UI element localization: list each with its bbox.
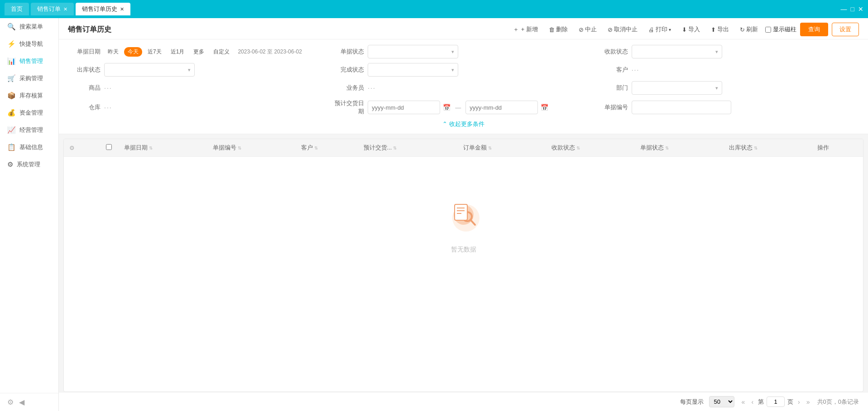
tab-sales-order-history-close[interactable]: ✕ — [120, 6, 124, 12]
new-button[interactable]: ＋ + 新增 — [509, 24, 542, 35]
complete-status-control: ▾ — [368, 63, 595, 77]
last-page-button[interactable]: » — [805, 397, 812, 406]
tab-sales-order[interactable]: 销售订单 ✕ — [31, 3, 74, 15]
close-icon[interactable]: ✕ — [858, 5, 863, 13]
delivery-date-to-input[interactable] — [465, 101, 538, 114]
warehouse-label: 仓库 — [68, 103, 104, 111]
order-number-input[interactable] — [632, 101, 731, 114]
th-amount[interactable]: 订单金额 ⇅ — [458, 139, 547, 157]
next-page-button[interactable]: › — [796, 397, 802, 406]
cancel-stop-icon: ⊘ — [608, 26, 613, 33]
filter-row-4: 仓库 ··· 预计交货日期 📅 — 📅 单据编号 — [68, 99, 859, 116]
th-customer[interactable]: 客户 ⇅ — [296, 139, 358, 157]
pay-status-select[interactable]: ▾ — [632, 45, 722, 58]
sidebar-item-sales-label: 销售管理 — [19, 57, 43, 65]
empty-illustration — [441, 193, 486, 238]
stop-button[interactable]: ⊘ 中止 — [575, 24, 600, 35]
th-pay-status[interactable]: 收款状态 ⇅ — [546, 139, 635, 157]
complete-status-label: 完成状态 — [331, 66, 368, 74]
order-status-select[interactable]: ▾ — [368, 45, 458, 58]
finance-icon: 💰 — [7, 109, 16, 117]
sidebar-item-sales[interactable]: 📊 销售管理 — [0, 53, 58, 70]
sort-customer-icon: ⇅ — [314, 145, 318, 150]
page-nav: « ‹ 第 页 › » — [740, 396, 812, 407]
complete-status-select[interactable]: ▾ — [368, 63, 458, 77]
date-btn-today[interactable]: 今天 — [124, 47, 142, 57]
collapse-row[interactable]: ⌃ 收起更多条件 — [68, 120, 859, 128]
sidebar-collapse-icon[interactable]: ◀ — [19, 398, 24, 406]
th-settings[interactable]: ⚙ — [64, 139, 101, 157]
sort-pay-status-icon: ⇅ — [576, 145, 580, 150]
th-order-status[interactable]: 单据状态 ⇅ — [635, 139, 724, 157]
sidebar-item-finance-label: 资金管理 — [19, 109, 43, 117]
sidebar-item-inventory[interactable]: 📦 库存核算 — [0, 87, 58, 104]
print-button[interactable]: 🖨 打印 ▾ — [645, 24, 675, 35]
maximize-icon[interactable]: □ — [851, 5, 854, 13]
delete-button[interactable]: 🗑 删除 — [545, 24, 571, 35]
salesperson-select-btn[interactable]: ··· — [368, 84, 376, 92]
department-select[interactable]: ▾ — [632, 81, 722, 95]
tab-sales-order-close[interactable]: ✕ — [63, 6, 67, 12]
date-btn-more[interactable]: 更多 — [190, 47, 208, 57]
refresh-button[interactable]: ↻ 刷新 — [736, 24, 762, 35]
page-header: 销售订单历史 ＋ + 新增 🗑 删除 ⊘ 中止 ⊘ 取消中止 — [59, 18, 868, 39]
pay-status-control: ▾ — [632, 45, 859, 58]
salesperson-label: 业务员 — [331, 84, 368, 92]
query-button[interactable]: 查询 — [800, 23, 828, 36]
settings-button[interactable]: 设置 — [832, 23, 859, 36]
calendar-from-icon[interactable]: 📅 — [443, 104, 451, 111]
basics-icon: 📋 — [7, 143, 16, 151]
export-button[interactable]: ⬆ 导出 — [707, 24, 733, 35]
pay-status-label: 收款状态 — [595, 48, 632, 56]
th-out-status[interactable]: 出库状态 ⇅ — [724, 139, 812, 157]
svg-rect-4 — [455, 204, 467, 220]
date-btn-yesterday[interactable]: 昨天 — [104, 47, 122, 57]
total-info: 共0页，0条记录 — [817, 398, 859, 406]
order-number-label: 单据编号 — [595, 103, 632, 111]
date-btn-1month[interactable]: 近1月 — [167, 47, 188, 57]
sidebar-item-shortcuts[interactable]: ⚡ 快捷导航 — [0, 35, 58, 53]
out-stock-select[interactable]: ▾ — [104, 63, 195, 77]
delivery-date-label: 预计交货日期 — [331, 99, 368, 116]
sidebar-item-purchase[interactable]: 🛒 采购管理 — [0, 70, 58, 87]
date-control: 昨天 今天 近7天 近1月 更多 自定义 2023-06-02 至 2023-0… — [104, 47, 331, 57]
th-date[interactable]: 单据日期 ⇅ — [119, 139, 207, 157]
prev-page-button[interactable]: ‹ — [749, 397, 755, 406]
first-page-button[interactable]: « — [740, 397, 747, 406]
sidebar-item-system[interactable]: ⚙ 系统管理 — [0, 156, 58, 173]
page-suffix-label: 页 — [787, 398, 793, 406]
th-number[interactable]: 单据编号 ⇅ — [207, 139, 296, 157]
sidebar-item-inventory-label: 库存核算 — [19, 92, 43, 100]
delivery-date-from-input[interactable] — [368, 101, 440, 114]
warehouse-select-btn[interactable]: ··· — [104, 104, 112, 111]
main-layout: 🔍 搜索菜单 ⚡ 快捷导航 📊 销售管理 🛒 采购管理 📦 库存核算 💰 资金管… — [0, 18, 868, 411]
th-actions: 操作 — [812, 139, 863, 157]
order-status-chevron: ▾ — [451, 49, 454, 55]
th-delivery[interactable]: 预计交货... ⇅ — [358, 139, 458, 157]
tab-sales-order-history[interactable]: 销售订单历史 ✕ — [76, 3, 130, 15]
display-columns-label: 显示磁柱 — [773, 25, 796, 34]
import-icon: ⬇ — [682, 26, 687, 33]
tab-home[interactable]: 首页 — [5, 3, 29, 15]
select-all-checkbox[interactable] — [106, 144, 112, 150]
sidebar-settings-icon[interactable]: ⚙ — [7, 398, 14, 406]
sidebar-item-basics[interactable]: 📋 基础信息 — [0, 139, 58, 156]
display-columns-checkbox[interactable]: 显示磁柱 — [765, 25, 796, 34]
import-button[interactable]: ⬇ 导入 — [678, 24, 704, 35]
sidebar-item-operations[interactable]: 📈 经营管理 — [0, 121, 58, 139]
sidebar-item-finance[interactable]: 💰 资金管理 — [0, 104, 58, 121]
date-btn-custom[interactable]: 自定义 — [210, 47, 233, 57]
goods-select-btn[interactable]: ··· — [104, 84, 112, 92]
calendar-to-icon[interactable]: 📅 — [541, 104, 548, 111]
date-btn-7days[interactable]: 近7天 — [144, 47, 165, 57]
page-number-input[interactable] — [767, 396, 785, 407]
customer-select-btn[interactable]: ··· — [632, 66, 640, 73]
per-page-select[interactable]: 50 100 200 — [709, 396, 734, 407]
cancel-stop-button[interactable]: ⊘ 取消中止 — [604, 24, 641, 35]
sidebar-item-search[interactable]: 🔍 搜索菜单 — [0, 18, 58, 35]
display-columns-input[interactable] — [765, 27, 771, 33]
goods-control: ··· — [104, 84, 331, 92]
th-checkbox[interactable] — [101, 139, 119, 157]
minimize-icon[interactable]: — — [841, 5, 847, 13]
table-area: ⚙ 单据日期 ⇅ 单据编号 ⇅ — [63, 139, 863, 392]
